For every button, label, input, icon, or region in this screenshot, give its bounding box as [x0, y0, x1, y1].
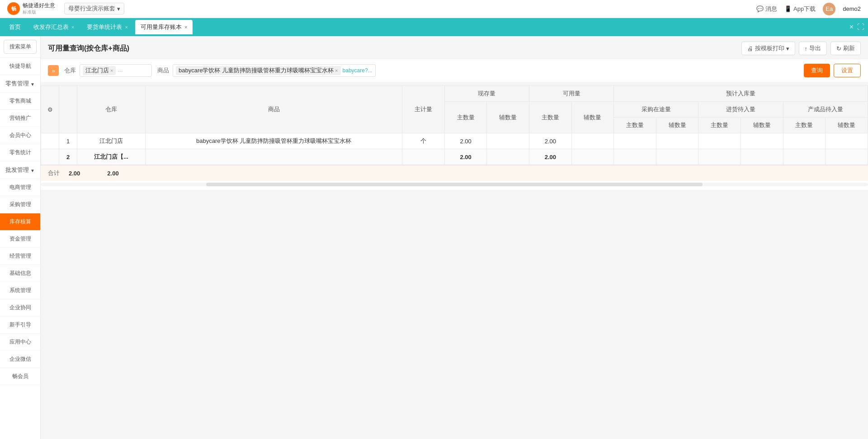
sidebar-item-inventory[interactable]: 库存核算 [0, 213, 40, 231]
th-avail-main: 主数量 [529, 102, 572, 133]
row-2-pur-main [614, 149, 656, 165]
product-filter-tags[interactable]: babycare学饮杯 儿童防摔防撞吸管杯重力球吸嘴杯宝宝水杯 × babyca… [173, 64, 376, 77]
tab-receive-summary[interactable]: 收发存汇总表 × [28, 20, 80, 34]
sidebar-item-quick-nav[interactable]: 快捷导航 [0, 58, 40, 75]
th-current-stock: 现存量 [444, 86, 529, 102]
sidebar-item-finance-mgmt[interactable]: 资金管理 [0, 231, 40, 248]
app-download-btn[interactable]: 📱 App下载 [784, 5, 816, 13]
tenant-selector[interactable]: 母婴行业演示账套 ▾ [64, 3, 124, 14]
sidebar-item-retail-mgmt[interactable]: 零售管理 [0, 75, 40, 93]
search-menu-btn[interactable]: 搜索菜单 [4, 40, 37, 54]
print-btn[interactable]: 🖨 按模板打印 ▾ [741, 42, 795, 55]
logo-area: 畅 畅捷通好生意 标准版 [7, 2, 55, 15]
th-current-main: 主数量 [444, 102, 487, 133]
chevron-down-icon: ▾ [117, 5, 120, 12]
filter-actions: 查询 设置 [804, 64, 861, 77]
warehouse-tag-close[interactable]: × [110, 68, 113, 73]
product-tag-1-close[interactable]: × [335, 68, 338, 73]
th-incoming-aux: 辅数量 [741, 118, 783, 133]
sidebar-item-ops-mgmt[interactable]: 经营管理 [0, 248, 40, 265]
table-body: 1 江北门店 babycare学饮杯 儿童防摔防撞吸管杯重力球吸嘴杯宝宝水杯 个… [41, 133, 868, 165]
tabbar-right: × ⛶ [849, 23, 864, 31]
sidebar-item-wholesale-mgmt[interactable]: 批发管理 [0, 161, 40, 179]
query-btn[interactable]: 查询 [804, 64, 830, 77]
th-incoming-main: 主数量 [698, 118, 741, 133]
row-2-current-aux [487, 149, 529, 165]
page-actions: 🖨 按模板打印 ▾ ↑ 导出 ↻ 刷新 [741, 42, 861, 55]
tab-order-stats-close[interactable]: × [125, 24, 127, 30]
th-pur-transit: 采购在途量 [614, 102, 698, 118]
row-2-prod-main [783, 149, 826, 165]
sidebar-item-sys-mgmt[interactable]: 系统管理 [0, 282, 40, 299]
sidebar-item-member-club[interactable]: 畅会员 [0, 368, 40, 385]
th-product-pending-aux: 辅数量 [826, 118, 868, 133]
logo-icon: 畅 [7, 2, 20, 15]
export-icon: ↑ [805, 45, 808, 52]
gear-icon: ⚙ [47, 106, 53, 113]
product-tag-more[interactable]: babycare?... [343, 67, 373, 74]
sidebar-item-retail-stats[interactable]: 零售统计 [0, 144, 40, 161]
table-scroll[interactable]: ⚙ 仓库 商品 主计量 现存量 可用量 预计入库量 主数量 辅数 [41, 85, 868, 165]
export-btn[interactable]: ↑ 导出 [799, 42, 827, 55]
warehouse-filter-tags[interactable]: 江北门店 × ··· [80, 64, 152, 77]
row-2-warehouse: 江北门店【... [77, 149, 146, 165]
filter-expand-btn[interactable]: » [48, 65, 59, 76]
tab-available-stock-close[interactable]: × [184, 24, 187, 30]
settings-btn[interactable]: 设置 [834, 64, 861, 77]
tab-home[interactable]: 首页 [4, 20, 26, 34]
product-label: 商品 [157, 66, 169, 75]
tab-receive-summary-label: 收发存汇总表 [33, 23, 69, 31]
row-1-avail-main: 2.00 [529, 133, 572, 149]
total-label: 合计 [48, 169, 60, 177]
row-2-prod-aux [826, 149, 868, 165]
sidebar: 搜索菜单 快捷导航 零售管理 零售商城 营销推广 会员中心 零售统计 批发管理 … [0, 36, 41, 439]
row-1-gear [41, 133, 59, 149]
row-1-current-main: 2.00 [444, 133, 487, 149]
tab-receive-summary-close[interactable]: × [71, 24, 74, 30]
warehouse-filter-ellipsis[interactable]: ··· [118, 67, 123, 74]
sidebar-item-new-guide[interactable]: 新手引导 [0, 316, 40, 334]
user-name: demo2 [843, 5, 861, 12]
sidebar-item-enterprise-wechat[interactable]: 企业微信 [0, 351, 40, 368]
row-2-avail-aux [571, 149, 614, 165]
logo-sub: 标准版 [23, 9, 55, 15]
tabbar: 首页 收发存汇总表 × 要货单统计表 × 可用量库存账本 × × ⛶ [0, 18, 868, 36]
page-header: 可用量查询(按仓库+商品) 🖨 按模板打印 ▾ ↑ 导出 ↻ 刷新 [41, 36, 868, 59]
row-2-current-main: 2.00 [444, 149, 487, 165]
total-avail-main: 2.00 [107, 170, 118, 177]
total-row: 合计 2.00 2.00 [41, 165, 868, 181]
avatar[interactable]: Ea [823, 3, 835, 15]
sidebar-item-basic-info[interactable]: 基础信息 [0, 265, 40, 282]
tab-available-stock[interactable]: 可用量库存账本 × [135, 20, 193, 34]
print-label: 按模板打印 [755, 44, 784, 52]
th-incoming: 进货待入量 [698, 102, 783, 118]
th-pur-transit-aux: 辅数量 [656, 118, 698, 133]
sidebar-item-member-center[interactable]: 会员中心 [0, 127, 40, 144]
fullscreen-btn[interactable]: ⛶ [857, 23, 864, 31]
table-area: ⚙ 仓库 商品 主计量 现存量 可用量 预计入库量 主数量 辅数 [41, 85, 868, 190]
app-download-label: App下载 [793, 5, 816, 13]
row-2-inc-aux [741, 149, 783, 165]
close-all-tabs-btn[interactable]: × [849, 23, 854, 31]
sidebar-item-enterprise-collab[interactable]: 企业协同 [0, 299, 40, 316]
sidebar-item-marketing[interactable]: 营销推广 [0, 110, 40, 127]
tab-order-stats[interactable]: 要货单统计表 × [81, 20, 133, 34]
row-1-current-aux [487, 133, 529, 149]
th-avail-aux: 辅数量 [571, 102, 614, 133]
sidebar-item-retail-mall[interactable]: 零售商城 [0, 93, 40, 110]
th-gear[interactable]: ⚙ [41, 86, 59, 133]
chevron-down-icon: ▾ [786, 45, 789, 52]
warehouse-filter-group: 仓库 江北门店 × ··· [64, 64, 152, 77]
th-current-aux: 辅数量 [487, 102, 529, 133]
sidebar-search-area: 搜索菜单 [0, 36, 40, 58]
sidebar-item-app-center[interactable]: 应用中心 [0, 334, 40, 351]
sidebar-item-purchase-mgmt[interactable]: 采购管理 [0, 196, 40, 213]
row-1-pur-aux [656, 133, 698, 149]
refresh-btn[interactable]: ↻ 刷新 [830, 42, 861, 55]
total-nums: 2.00 2.00 [69, 170, 119, 177]
table-row: 2 江北门店【... 2.00 2.00 [41, 149, 868, 165]
avatar-text: Ea [826, 5, 833, 12]
sidebar-item-ecommerce-mgmt[interactable]: 电商管理 [0, 179, 40, 196]
message-btn[interactable]: 💬 消息 [756, 5, 777, 13]
row-2-inc-main [698, 149, 741, 165]
